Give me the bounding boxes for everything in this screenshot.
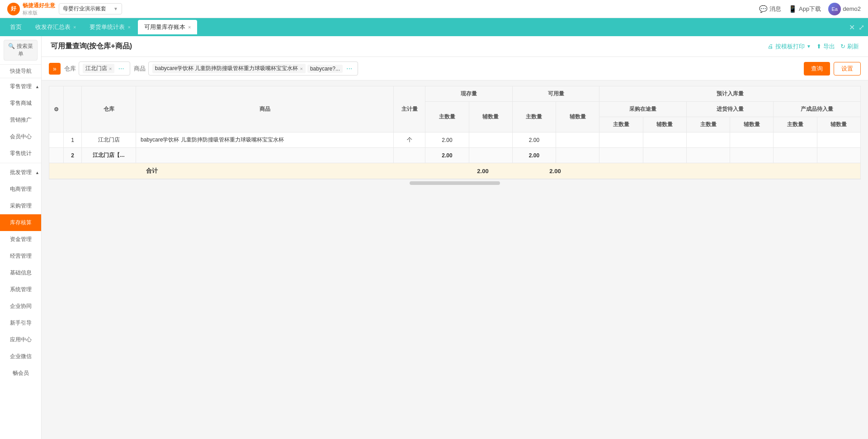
sidebar-item-retail-mgmt[interactable]: 零售管理 (0, 78, 41, 95)
remove-product-tag-1[interactable]: × (300, 66, 302, 71)
sidebar-item-wechat[interactable]: 企业微信 (0, 348, 41, 365)
summary-label: 合计 (146, 167, 182, 175)
avatar: Ea (828, 3, 841, 15)
page-header: 可用量查询(按仓库+商品) 🖨 按模板打印 ▼ ⬆ 导出 ↻ 刷新 (42, 36, 868, 57)
query-button[interactable]: 查询 (804, 62, 830, 76)
warehouse-label: 仓库 (64, 65, 76, 73)
cell-checkbox-2[interactable] (49, 148, 64, 163)
sidebar-item-operations[interactable]: 经营管理 (0, 248, 41, 264)
search-menu-btn[interactable]: 🔍 搜索菜单 (4, 40, 38, 61)
cell-incoming-aux-1 (730, 132, 774, 148)
close-all-btn[interactable]: ✕ (849, 23, 855, 32)
close-tab-3[interactable]: × (188, 24, 191, 30)
sidebar-item-vip[interactable]: 畅会员 (0, 365, 41, 382)
logo-icon: 好 (7, 3, 20, 15)
th-stock-main: 主数量 (425, 102, 469, 132)
remove-warehouse-tag[interactable]: × (109, 66, 112, 71)
page-title: 可用量查询(按仓库+商品) (51, 42, 132, 51)
top-bar: 好 畅捷通好生意 标准版 母婴行业演示账套 ▼ 💬 消息 📱 App下载 Ea … (0, 0, 868, 18)
close-tab-2[interactable]: × (127, 24, 130, 30)
product-label: 商品 (134, 65, 146, 73)
app-download-btn[interactable]: 📱 App下载 (788, 5, 821, 13)
product-more-btn[interactable]: ··· (344, 65, 354, 73)
quick-nav-btn[interactable]: 快捷导航 (0, 65, 41, 78)
th-unit: 主计量 (394, 86, 425, 132)
tab-home[interactable]: 首页 (4, 20, 28, 34)
sidebar-item-app-center[interactable]: 应用中心 (0, 331, 41, 348)
th-product-pending: 产成品待入量 (774, 102, 861, 117)
nav-actions: ✕ ⤢ (849, 23, 864, 32)
fullscreen-btn[interactable]: ⤢ (859, 23, 864, 32)
settings-button[interactable]: 设置 (834, 62, 861, 76)
th-current-stock: 现存量 (425, 86, 513, 102)
cell-incoming-main-2 (686, 148, 730, 163)
th-inc-main: 主数量 (686, 117, 730, 132)
user-profile[interactable]: Ea demo2 (828, 3, 861, 15)
cell-avail-main-2: 2.00 (512, 148, 556, 163)
filter-actions: 查询 设置 (804, 62, 861, 76)
product-tag-1: babycare学饮杯 儿童防摔防撞吸管杯重力球吸嘴杯宝宝水杯 × (152, 64, 306, 73)
product-input[interactable]: babycare学饮杯 儿童防摔防撞吸管杯重力球吸嘴杯宝宝水杯 × babyca… (148, 61, 359, 76)
sidebar-item-purchase[interactable]: 采购管理 (0, 198, 41, 214)
sidebar-item-retail-mall[interactable]: 零售商城 (0, 95, 41, 112)
table-row: 2 江北门店【... 2.00 2.00 (49, 148, 861, 163)
table-summary-row: 合计 2.00 2.00 (49, 163, 861, 179)
scroll-area (49, 179, 861, 186)
sidebar-item-basic-info[interactable]: 基础信息 (0, 264, 41, 281)
page-actions: 🖨 按模板打印 ▼ ⬆ 导出 ↻ 刷新 (768, 42, 859, 51)
sidebar-item-system[interactable]: 系统管理 (0, 281, 41, 298)
product-filter-group: 商品 babycare学饮杯 儿童防摔防撞吸管杯重力球吸嘴杯宝宝水杯 × bab… (134, 61, 359, 76)
sidebar-item-inventory[interactable]: 库存核算 (0, 214, 41, 231)
summary-stock-main: 2.00 (465, 168, 501, 175)
product-tag-2: babycare?... (307, 65, 343, 73)
th-index (64, 86, 82, 132)
close-tab-1[interactable]: × (73, 24, 76, 30)
print-icon: 🖨 (768, 43, 774, 50)
th-warehouse: 仓库 (82, 86, 136, 132)
cell-stock-main-1: 2.00 (425, 132, 469, 148)
cell-pur-transit-aux-1 (643, 132, 686, 148)
warehouse-filter-group: 仓库 江北门店 × ··· (64, 61, 130, 76)
sidebar-item-newbie[interactable]: 新手引导 (0, 315, 41, 331)
sidebar-item-wholesale[interactable]: 批发管理 (0, 164, 41, 181)
th-avail-aux: 辅数量 (556, 102, 599, 132)
export-btn[interactable]: ⬆ 导出 (816, 42, 835, 51)
th-available: 可用量 (512, 86, 599, 102)
sidebar-item-members[interactable]: 会员中心 (0, 128, 41, 145)
print-btn[interactable]: 🖨 按模板打印 ▼ (768, 42, 811, 51)
cell-incoming-aux-2 (730, 148, 774, 163)
th-inc-aux: 辅数量 (730, 117, 774, 132)
tab-available-stock[interactable]: 可用量库存账本 × (138, 20, 197, 34)
cell-stock-aux-2 (469, 148, 512, 163)
sidebar-item-retail-stats[interactable]: 零售统计 (0, 145, 41, 162)
data-table: ⚙ 仓库 商品 主计量 现存量 可用量 预计入库量 主数量 辅数量 主数量 辅数… (49, 86, 861, 163)
scroll-bar[interactable] (410, 181, 500, 185)
sidebar-item-enterprise[interactable]: 企业协同 (0, 298, 41, 315)
top-bar-left: 好 畅捷通好生意 标准版 母婴行业演示账套 ▼ (7, 2, 122, 16)
cell-stock-main-2: 2.00 (425, 148, 469, 163)
cell-unit-2 (394, 148, 425, 163)
store-selector[interactable]: 母婴行业演示账套 ▼ (59, 3, 122, 14)
tab-order-stats[interactable]: 要货单统计表 × (83, 20, 137, 34)
cell-pur-transit-aux-2 (643, 148, 686, 163)
cell-avail-aux-2 (556, 148, 599, 163)
top-bar-right: 💬 消息 📱 App下载 Ea demo2 (759, 3, 861, 15)
warehouse-more-btn[interactable]: ··· (116, 65, 126, 73)
filter-expand-btn[interactable]: » (49, 63, 61, 75)
cell-checkbox[interactable] (49, 132, 64, 148)
message-btn[interactable]: 💬 消息 (759, 5, 781, 13)
refresh-icon: ↻ (840, 43, 845, 50)
cell-pur-transit-main-1 (599, 132, 643, 148)
refresh-btn[interactable]: ↻ 刷新 (840, 42, 859, 51)
cell-stock-aux-1 (469, 132, 512, 148)
sidebar-item-finance[interactable]: 资金管理 (0, 231, 41, 248)
warehouse-input[interactable]: 江北门店 × ··· (79, 61, 130, 76)
cell-warehouse-1: 江北门店 (82, 132, 136, 148)
th-settings[interactable]: ⚙ (49, 86, 64, 132)
sidebar-item-marketing[interactable]: 营销推广 (0, 112, 41, 128)
tab-receive-send[interactable]: 收发存汇总表 × (29, 20, 82, 34)
sidebar-item-ecommerce[interactable]: 电商管理 (0, 181, 41, 198)
th-purchase-transit: 采购在途量 (599, 102, 687, 117)
summary-avail-main: 2.00 (537, 168, 573, 175)
th-incoming-pending: 进货待入量 (686, 102, 774, 117)
